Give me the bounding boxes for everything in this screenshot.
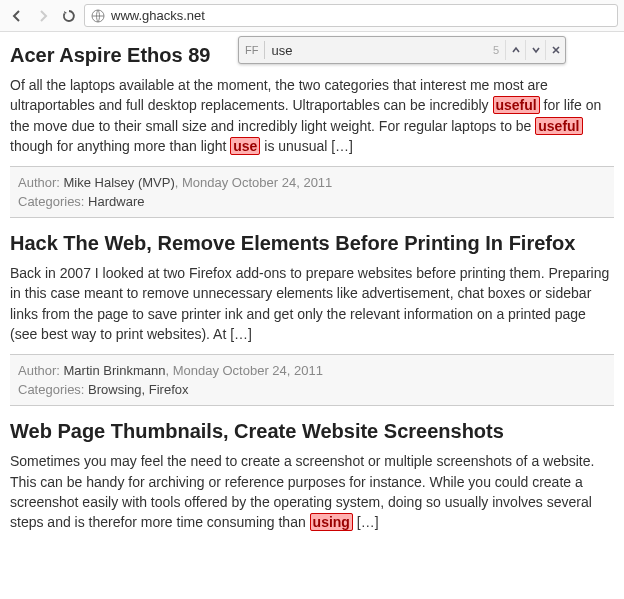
article-excerpt: Sometimes you may feel the need to creat… bbox=[10, 451, 614, 532]
find-next-button[interactable] bbox=[525, 40, 545, 60]
back-button[interactable] bbox=[6, 5, 28, 27]
search-highlight: using bbox=[310, 513, 353, 531]
forward-button[interactable] bbox=[32, 5, 54, 27]
category-link[interactable]: Hardware bbox=[88, 194, 144, 209]
find-match-count: 5 bbox=[487, 44, 505, 56]
article-title[interactable]: Hack The Web, Remove Elements Before Pri… bbox=[10, 232, 614, 255]
search-highlight: useful bbox=[535, 117, 582, 135]
browser-toolbar: www.ghacks.net bbox=[0, 0, 624, 32]
page-content: Acer Aspire Ethos 89 Of all the laptops … bbox=[0, 32, 624, 553]
article-title[interactable]: Web Page Thumbnails, Create Website Scre… bbox=[10, 420, 614, 443]
url-text[interactable]: www.ghacks.net bbox=[111, 8, 611, 23]
author-name[interactable]: Mike Halsey (MVP) bbox=[64, 175, 175, 190]
find-prev-button[interactable] bbox=[505, 40, 525, 60]
reload-button[interactable] bbox=[58, 5, 80, 27]
address-bar[interactable]: www.ghacks.net bbox=[84, 4, 618, 27]
article-meta: Author: Mike Halsey (MVP), Monday Octobe… bbox=[10, 166, 614, 218]
search-highlight: useful bbox=[493, 96, 540, 114]
find-close-button[interactable] bbox=[545, 40, 565, 60]
search-highlight: use bbox=[230, 137, 260, 155]
article-excerpt: Of all the laptops available at the mome… bbox=[10, 75, 614, 156]
article-meta: Author: Martin Brinkmann, Monday October… bbox=[10, 354, 614, 406]
find-bar: FF 5 bbox=[238, 36, 566, 64]
category-link[interactable]: Browsing, Firefox bbox=[88, 382, 188, 397]
author-name[interactable]: Martin Brinkmann bbox=[64, 363, 166, 378]
article-excerpt: Back in 2007 I looked at two Firefox add… bbox=[10, 263, 614, 344]
find-prefix: FF bbox=[239, 41, 265, 59]
globe-icon bbox=[91, 9, 105, 23]
find-input[interactable] bbox=[265, 43, 486, 58]
